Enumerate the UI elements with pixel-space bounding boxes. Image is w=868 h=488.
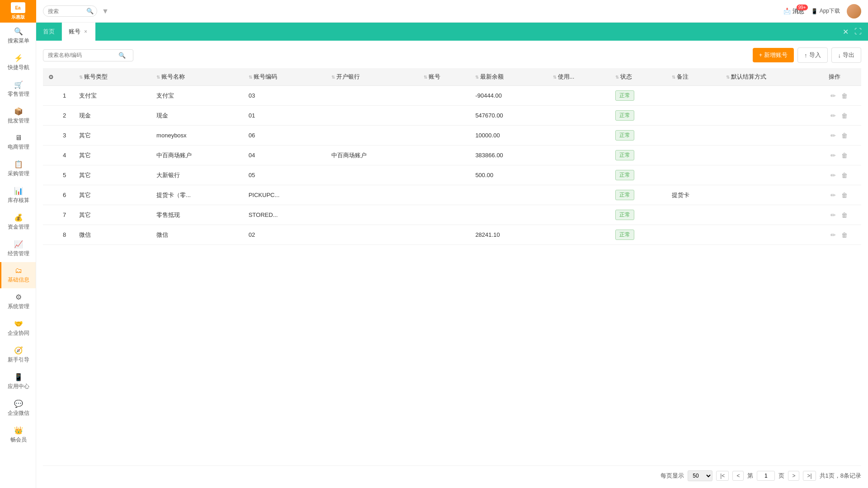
content-spacer xyxy=(43,245,861,461)
edit-button[interactable]: ✏ xyxy=(829,91,838,100)
sidebar-item-guide[interactable]: 🧭 新手引导 xyxy=(0,342,36,368)
search-box[interactable]: 🔍 xyxy=(43,49,133,61)
cell-status: 正常 xyxy=(612,106,669,126)
inventory-icon: 📊 xyxy=(14,187,23,195)
user-avatar[interactable] xyxy=(847,4,861,19)
delete-button[interactable]: 🗑 xyxy=(840,91,849,100)
delete-button[interactable]: 🗑 xyxy=(840,211,849,220)
delete-button[interactable]: 🗑 xyxy=(840,151,849,160)
sidebar-label-app-center: 应用中心 xyxy=(8,383,29,390)
cell-action: ✏ 🗑 xyxy=(825,145,861,165)
cell-balance: 500.00 xyxy=(472,165,549,185)
sidebar-item-quick-nav[interactable]: ⚡ 快捷导航 xyxy=(0,49,36,76)
sidebar-item-operation[interactable]: 📈 经营管理 xyxy=(0,235,36,262)
sidebar-item-capital[interactable]: 💰 资金管理 xyxy=(0,209,36,235)
col-gear[interactable]: ⚙ xyxy=(43,68,59,86)
cell-balance: 383866.00 xyxy=(472,145,549,165)
sidebar-item-member[interactable]: 👑 畅会员 xyxy=(0,422,36,448)
page-input[interactable] xyxy=(757,471,775,481)
sidebar-item-app-center[interactable]: 📱 应用中心 xyxy=(0,368,36,395)
sidebar-item-purchase[interactable]: 📋 采购管理 xyxy=(0,155,36,182)
edit-button[interactable]: ✏ xyxy=(829,131,838,140)
sidebar-item-ecommerce[interactable]: 🖥 电商管理 xyxy=(0,129,36,155)
cell-num: 8 xyxy=(59,225,75,245)
tab-fullscreen-btn[interactable]: ⛶ xyxy=(853,26,863,38)
edit-button[interactable]: ✏ xyxy=(829,111,838,120)
sidebar-item-wholesale[interactable]: 📦 批发管理 xyxy=(0,103,36,129)
cell-default-settle xyxy=(722,145,825,165)
export-button[interactable]: ↓ 导出 xyxy=(831,47,862,63)
cell-status: 正常 xyxy=(612,185,669,205)
sidebar-label-operation: 经营管理 xyxy=(8,250,29,258)
col-account[interactable]: ⇅账号 xyxy=(420,68,472,86)
col-balance[interactable]: ⇅最新余额 xyxy=(472,68,549,86)
page-prev-btn[interactable]: < xyxy=(732,471,744,481)
top-search-input[interactable] xyxy=(48,8,84,14)
delete-button[interactable]: 🗑 xyxy=(840,131,849,140)
cell-bank xyxy=(328,185,420,205)
page-last-btn[interactable]: >| xyxy=(803,471,816,481)
delete-button[interactable]: 🗑 xyxy=(840,191,849,200)
col-default-settle[interactable]: ⇅默认结算方式 xyxy=(722,68,825,86)
col-bank[interactable]: ⇅开户银行 xyxy=(328,68,420,86)
import-button[interactable]: ↑ 导入 xyxy=(797,47,828,63)
app-download-button[interactable]: 📱 App下载 xyxy=(811,7,840,15)
cell-balance xyxy=(472,185,549,205)
add-account-button[interactable]: + 新增账号 xyxy=(753,48,794,62)
col-code[interactable]: ⇅账号编码 xyxy=(245,68,328,86)
col-name[interactable]: ⇅账号名称 xyxy=(153,68,245,86)
cell-balance: 28241.10 xyxy=(472,225,549,245)
delete-button[interactable]: 🗑 xyxy=(840,111,849,120)
msg-button[interactable]: 📩 消息 99+ xyxy=(783,7,804,15)
sidebar-item-retail[interactable]: 🛒 零售管理 xyxy=(0,76,36,103)
guide-icon: 🧭 xyxy=(14,346,23,355)
cell-action: ✏ 🗑 xyxy=(825,185,861,205)
tab-close-icon[interactable]: × xyxy=(83,28,88,36)
tab-close-btn[interactable]: ✕ xyxy=(841,26,850,38)
dropdown-icon[interactable]: ▼ xyxy=(102,7,109,15)
tab-home[interactable]: 首页 xyxy=(36,23,62,41)
app-icon: 📱 xyxy=(811,8,818,14)
edit-button[interactable]: ✏ xyxy=(829,230,838,239)
cell-bank xyxy=(328,165,420,185)
purchase-icon: 📋 xyxy=(14,160,23,169)
cell-remark xyxy=(668,145,722,165)
cell-name: 中百商场账户 xyxy=(153,145,245,165)
page-size-select[interactable]: 50 20 100 xyxy=(688,470,712,481)
edit-button[interactable]: ✏ xyxy=(829,151,838,160)
top-search-box[interactable]: 🔍 xyxy=(43,5,97,17)
sidebar-label-capital: 资金管理 xyxy=(8,223,29,231)
cell-gear xyxy=(43,185,59,205)
cell-usage xyxy=(549,126,612,145)
sidebar-item-inventory[interactable]: 📊 库存核算 xyxy=(0,182,36,209)
page-first-btn[interactable]: |< xyxy=(716,471,729,481)
page-next-btn[interactable]: > xyxy=(788,471,799,481)
cell-name: 支付宝 xyxy=(153,86,245,106)
app-download-label: App下载 xyxy=(820,7,840,15)
edit-button[interactable]: ✏ xyxy=(829,191,838,200)
delete-button[interactable]: 🗑 xyxy=(840,230,849,239)
export-label: 导出 xyxy=(843,51,854,59)
cell-balance: -90444.00 xyxy=(472,86,549,106)
col-usage[interactable]: ⇅使用... xyxy=(549,68,612,86)
col-remark[interactable]: ⇅备注 xyxy=(668,68,722,86)
page-size-label: 每页显示 xyxy=(660,472,684,480)
sidebar-label-system: 系统管理 xyxy=(8,303,29,310)
cell-num: 3 xyxy=(59,126,75,145)
sidebar-item-system[interactable]: ⚙ 系统管理 xyxy=(0,288,36,315)
tab-account[interactable]: 账号 × xyxy=(62,23,95,41)
cell-remark xyxy=(668,86,722,106)
sidebar-item-corp-wechat[interactable]: 💬 企业微信 xyxy=(0,395,36,422)
sidebar-item-search-menu[interactable]: 🔍 搜索菜单 xyxy=(0,23,36,49)
cell-type: 其它 xyxy=(75,165,153,185)
edit-button[interactable]: ✏ xyxy=(829,171,838,180)
sidebar-item-basic-info[interactable]: 🗂 基础信息 xyxy=(0,262,36,288)
col-type[interactable]: ⇅账号类型 xyxy=(75,68,153,86)
search-input[interactable] xyxy=(48,52,116,58)
col-status[interactable]: ⇅状态 xyxy=(612,68,669,86)
edit-button[interactable]: ✏ xyxy=(829,211,838,220)
cell-usage xyxy=(549,145,612,165)
delete-button[interactable]: 🗑 xyxy=(840,171,849,180)
sidebar-item-corp-agreement[interactable]: 🤝 企业协同 xyxy=(0,315,36,342)
top-search-icon: 🔍 xyxy=(86,8,94,14)
